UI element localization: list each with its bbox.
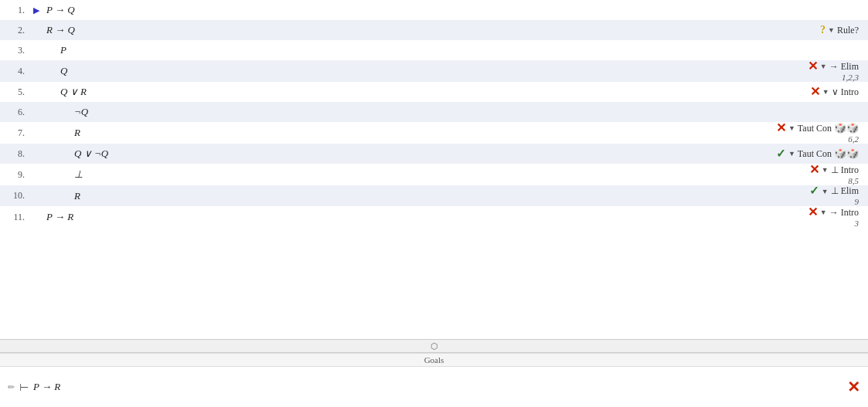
table-row: 5.Q ∨ R✕▼∨ Intro — [0, 82, 868, 102]
rule-line-numbers: 3 — [855, 219, 859, 228]
panel-divider[interactable]: ⬡ — [0, 339, 868, 353]
row-flag — [29, 144, 43, 164]
row-number: 2. — [0, 20, 29, 40]
row-flag — [29, 164, 43, 185]
table-row: 4.Q✕▼→ Elim1,2,3 — [0, 60, 868, 82]
table-row: 3.P — [0, 40, 868, 60]
check-icon: ✓ — [776, 148, 786, 160]
row-number: 3. — [0, 40, 29, 60]
rule-cell — [713, 102, 868, 122]
goal-flag-icon: ✏ — [8, 382, 15, 392]
table-row: 8.Q ∨ ¬Q✓▼Taut Con🎲🎲 — [0, 144, 868, 164]
rule-text[interactable]: Rule? — [837, 25, 859, 36]
table-row: 2.R → Q?▼Rule? — [0, 20, 868, 40]
goal-status-error: ✕ — [847, 379, 860, 395]
row-number: 1. — [0, 0, 29, 20]
table-row: 1.▶P → Q — [0, 0, 868, 20]
row-number: 8. — [0, 144, 29, 164]
goals-label: Goals — [424, 355, 444, 365]
goal-error-icon: ✕ — [847, 378, 860, 395]
rule-dropdown-arrow[interactable]: ▼ — [822, 188, 829, 195]
error-icon: ✕ — [810, 86, 820, 98]
row-formula[interactable]: R — [43, 122, 713, 144]
row-formula[interactable]: P — [43, 40, 713, 60]
goal-turnstile: ⊢ — [19, 381, 29, 394]
row-formula[interactable]: P → R — [43, 206, 713, 228]
row-flag: ▶ — [29, 0, 43, 20]
rule-line-numbers: 1,2,3 — [842, 73, 859, 82]
table-row: 11.P → R✕▼→ Intro3 — [0, 206, 868, 228]
rule-text[interactable]: ⊥ Intro — [831, 164, 859, 176]
error-icon: ✕ — [809, 164, 819, 176]
row-formula[interactable]: R — [43, 185, 713, 206]
rule-line-numbers: 9 — [855, 197, 859, 206]
row-formula[interactable]: Q ∨ R — [43, 82, 713, 102]
row-formula[interactable]: P → Q — [43, 0, 713, 20]
rule-cell — [713, 40, 868, 60]
row-formula[interactable]: ¬Q — [43, 102, 713, 122]
question-icon: ? — [820, 24, 825, 36]
rule-line-numbers: 6,2 — [848, 134, 859, 144]
rule-text[interactable]: ⊥ Elim — [831, 185, 859, 197]
rule-cell: ✕▼∨ Intro — [713, 82, 868, 102]
active-row-arrow: ▶ — [33, 5, 39, 15]
row-flag — [29, 20, 43, 40]
rule-text[interactable]: → Intro — [829, 207, 859, 219]
goals-left: ✏ ⊢ P → R — [8, 381, 60, 394]
row-flag — [29, 206, 43, 228]
table-row: 6.¬Q — [0, 102, 868, 122]
error-icon: ✕ — [776, 122, 786, 134]
row-flag — [29, 60, 43, 82]
rule-dropdown-arrow[interactable]: ▼ — [788, 150, 795, 158]
row-number: 5. — [0, 82, 29, 102]
proof-table: 1.▶P → Q2.R → Q?▼Rule?3.P4.Q✕▼→ Elim1,2,… — [0, 0, 868, 228]
rule-dropdown-arrow[interactable]: ▼ — [788, 124, 795, 132]
rule-cell: ?▼Rule? — [713, 20, 868, 40]
table-row: 10.R✓▼⊥ Elim9 — [0, 185, 868, 206]
table-row: 9.⊥✕▼⊥ Intro8,5 — [0, 164, 868, 185]
rule-line-numbers: 8,5 — [848, 176, 859, 185]
row-flag — [29, 102, 43, 122]
rule-cell: ✓▼Taut Con🎲🎲 — [713, 144, 868, 164]
goals-header: Goals — [0, 354, 868, 367]
goals-content: ✏ ⊢ P → R ✕ — [0, 367, 868, 407]
rule-cell — [713, 0, 868, 20]
rule-cell: ✕▼Taut Con🎲🎲6,2 — [713, 122, 868, 144]
rule-text[interactable]: Taut Con — [798, 123, 832, 134]
rule-dropdown-arrow[interactable]: ▼ — [822, 88, 829, 96]
rule-dropdown-arrow[interactable]: ▼ — [822, 166, 829, 174]
rule-text[interactable]: → Elim — [829, 61, 859, 73]
row-number: 7. — [0, 122, 29, 144]
taut-con-icon: 🎲🎲 — [834, 148, 859, 160]
row-flag — [29, 40, 43, 60]
divider-handle: ⬡ — [431, 341, 438, 351]
row-number: 6. — [0, 102, 29, 122]
rule-cell: ✓▼⊥ Elim9 — [713, 185, 868, 206]
row-formula[interactable]: R → Q — [43, 20, 713, 40]
row-number: 9. — [0, 164, 29, 185]
check-icon: ✓ — [809, 185, 819, 197]
row-number: 4. — [0, 60, 29, 82]
rule-text[interactable]: Taut Con — [798, 148, 832, 160]
rule-cell: ✕▼→ Elim1,2,3 — [713, 60, 868, 82]
rule-cell: ✕▼→ Intro3 — [713, 206, 868, 228]
goals-panel: Goals ✏ ⊢ P → R ✕ — [0, 353, 868, 407]
rule-cell: ✕▼⊥ Intro8,5 — [713, 164, 868, 185]
taut-con-icon: 🎲🎲 — [834, 122, 859, 134]
row-formula[interactable]: Q — [43, 60, 713, 82]
rule-dropdown-arrow[interactable]: ▼ — [820, 209, 827, 216]
goal-formula: P → R — [33, 381, 60, 393]
row-flag — [29, 185, 43, 206]
table-row: 7.R✕▼Taut Con🎲🎲6,2 — [0, 122, 868, 144]
row-number: 10. — [0, 185, 29, 206]
row-flag — [29, 82, 43, 102]
error-icon: ✕ — [808, 206, 818, 219]
rule-dropdown-arrow[interactable]: ▼ — [828, 26, 835, 34]
rule-text[interactable]: ∨ Intro — [832, 86, 859, 98]
proof-panel: 1.▶P → Q2.R → Q?▼Rule?3.P4.Q✕▼→ Elim1,2,… — [0, 0, 868, 339]
rule-dropdown-arrow[interactable]: ▼ — [820, 63, 827, 70]
error-icon: ✕ — [808, 60, 818, 73]
row-formula[interactable]: Q ∨ ¬Q — [43, 144, 713, 164]
row-formula[interactable]: ⊥ — [43, 164, 713, 185]
row-flag — [29, 122, 43, 144]
